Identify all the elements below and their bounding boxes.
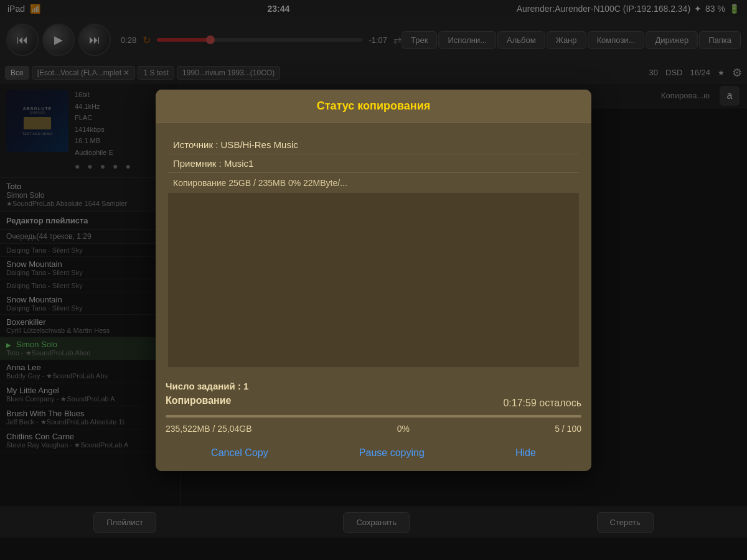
- progress-pct: 0%: [397, 424, 410, 434]
- modal-overlay: Статус копирования Источник : USB/Hi-Res…: [0, 0, 747, 560]
- pause-copying-button[interactable]: Pause copying: [347, 442, 437, 464]
- files-count: 5 / 100: [555, 424, 581, 434]
- modal-body: Источник : USB/Hi-Res Music Приемник : M…: [156, 123, 591, 373]
- cancel-copy-button[interactable]: Cancel Copy: [199, 442, 281, 464]
- source-row: Источник : USB/Hi-Res Music: [168, 136, 579, 154]
- hide-button[interactable]: Hide: [503, 442, 548, 464]
- modal-progress-bar: [166, 415, 581, 418]
- bytes-copied: 235,522MB / 25,04GB: [166, 424, 252, 434]
- modal-title: Статус копирования: [156, 90, 591, 123]
- task-count-label: Число заданий : 1: [166, 381, 248, 391]
- copy-progress-text: Копирование 25GB / 235MB 0% 22MByte/...: [168, 173, 579, 193]
- task-row: Число заданий : 1: [166, 381, 581, 391]
- modal-buttons: Cancel Copy Pause copying Hide: [166, 442, 581, 464]
- modal-status-area: [168, 193, 579, 367]
- modal-stats: 235,522MB / 25,04GB 0% 5 / 100: [166, 424, 581, 434]
- modal-footer: Число заданий : 1 Копирование 0:17:59 ос…: [156, 373, 591, 471]
- time-remaining: 0:17:59 осталось: [503, 398, 581, 409]
- copy-modal: Статус копирования Источник : USB/Hi-Res…: [156, 90, 591, 471]
- copying-header: Копирование: [166, 395, 232, 406]
- dest-row: Приемник : Music1: [168, 154, 579, 173]
